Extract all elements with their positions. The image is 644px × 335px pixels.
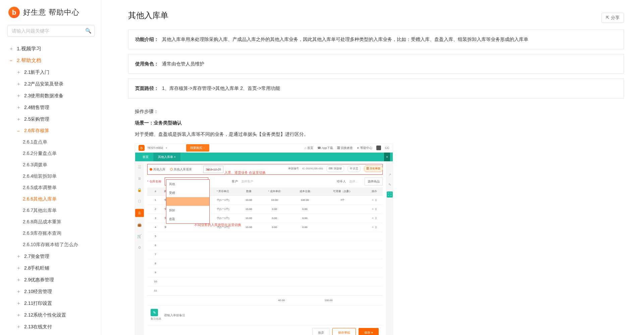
sidebar-item[interactable]: ＋2.13在线支付 [14, 321, 101, 333]
plus-icon: ＋ [15, 312, 21, 318]
sidebar-leaf[interactable]: 2.6.6其他入库单 [21, 193, 101, 205]
search-icon[interactable]: 🔍 [85, 28, 92, 34]
remark-icon: ✎ [151, 309, 158, 316]
plus-icon: ＋ [15, 93, 21, 99]
dropdown-option[interactable] [166, 197, 209, 206]
intro-text: 其他入库单用来处理除采购入库、产成品入库之外的其他入库业务，因此其他入库单可处理… [162, 37, 528, 42]
sidebar-item[interactable]: ＋2.4销售管理 [14, 102, 101, 113]
sidebar-leaf[interactable]: 2.6.9库存账本查询 [21, 228, 101, 239]
col-header: * 成本单价 [258, 187, 291, 196]
search-input[interactable] [12, 28, 85, 34]
brand-title: 好生意 帮助中心 [23, 7, 79, 17]
table-row[interactable]: 10 [147, 277, 383, 286]
cart-icon[interactable]: 🛒 [137, 232, 142, 240]
sidebar-item[interactable]: ＋2.3使用前数据准备 [14, 90, 101, 102]
table-row[interactable]: 5 [147, 232, 383, 241]
ss-user: CC [385, 145, 389, 151]
sidebar-leaf[interactable]: 2.6.2分量盘点单 [21, 148, 101, 159]
sidebar-item-label: 2.4销售管理 [24, 105, 49, 111]
sidebar-item[interactable]: ＋2.7资金管理 [14, 250, 101, 262]
gear-icon[interactable]: ⚙ [138, 244, 141, 251]
sidebar-item[interactable]: ＋2.9优惠券管理 [14, 274, 101, 286]
nav-video[interactable]: ＋ 1.视频学习 [7, 43, 101, 55]
sidebar-item[interactable]: ＋2.2产品安装及登录 [14, 78, 101, 90]
cust-ph[interactable]: 选择客户 [241, 178, 253, 184]
sidebar-leaf[interactable]: 2.6.8商品成本重算 [21, 216, 101, 228]
table-row[interactable]: 8 [147, 259, 383, 268]
sidebar-leaf[interactable]: 2.6.5成本调整单 [21, 182, 101, 193]
plus-icon: ＋ [15, 69, 21, 75]
menu-icon[interactable]: ☰ [138, 163, 141, 171]
ss-account: TEST-H002 [147, 145, 163, 151]
ss-right-rail: ↗ ✎ ⛶ [386, 161, 393, 335]
path-box: 页面路径： 1、库存核算->库存管理->其他入库单 2、首页->常用功能 [128, 78, 624, 98]
doc-icon[interactable]: 🗎 [138, 175, 142, 182]
table-row[interactable]: 9 [147, 268, 383, 277]
discard-button[interactable]: 放弃 [312, 328, 330, 335]
ss-history[interactable]: ☰ 历史单据 [364, 165, 383, 172]
ss-app-icon[interactable]: ☎ App下载 [317, 145, 333, 151]
table-row[interactable]: 4卡个(1 * 1个)10.000.000.00⊕ 🗑 [147, 223, 383, 232]
ss-home-icon[interactable]: ⌂ 首页 [305, 145, 313, 151]
plus-icon: ＋ [8, 46, 14, 52]
logo-icon: b [8, 7, 20, 18]
ss-meta: 单据编号 IC-20191226-001 ⌨ 快捷键 ⚙ 设置 ☰ 历史单据 [288, 165, 383, 172]
save-button[interactable]: 保存 ▾ [359, 328, 379, 335]
ss-switch-icon[interactable]: ☰ 切换账套 [337, 145, 353, 151]
sidebar-item[interactable]: ＋2.11打印设置 [14, 297, 101, 309]
dropdown-option[interactable]: 盘盈 [166, 215, 209, 223]
table-row[interactable]: 6 [147, 241, 383, 250]
ss-hotkey[interactable]: ⌨ 快捷键 [326, 165, 344, 172]
dropdown-option[interactable]: 其他 [166, 180, 209, 188]
sidebar-item[interactable]: ＋2.12系统个性化设置 [14, 309, 101, 321]
sidebar-item[interactable]: ＋2.10经营管理 [14, 286, 101, 297]
ss-tab-home[interactable]: 首页 [138, 153, 153, 161]
biz-dropdown[interactable]: 其他受赠 拆卸盘盈 [166, 179, 210, 224]
ss-totals: 40.00 100.00 [147, 295, 383, 305]
draft-button[interactable]: 保存草稿 [332, 328, 356, 335]
col-header: 数量 [239, 187, 258, 196]
ss-settings[interactable]: ⚙ 设置 [347, 165, 361, 172]
share-button[interactable]: ⇱ 分享 [601, 13, 624, 23]
annotation-1: 入库、退货业务 在这里切换 [224, 169, 266, 176]
intro-label: 功能介绍： [135, 37, 159, 42]
nav-docs[interactable]: − 2.帮助文档 [7, 55, 101, 66]
ss-trial-btn[interactable]: 我要购买→ [186, 144, 209, 152]
lock-icon[interactable]: 🔒 [137, 186, 142, 193]
jb-ph[interactable]: 选择... [349, 178, 358, 184]
tool-link-icon[interactable]: ↗ [388, 171, 391, 178]
nav-kc[interactable]: − 2.6库存核算 [14, 125, 101, 136]
chevron-down-icon: ▾ [166, 145, 167, 151]
tool-edit-icon[interactable]: ✎ [388, 181, 391, 188]
sidebar-item[interactable]: ＋2.1新手入门 [14, 66, 101, 78]
radio-in-label: 其他入库 [153, 166, 165, 172]
sidebar-leaf[interactable]: 2.6.1盘点单 [21, 136, 101, 148]
sidebar-leaf[interactable]: 2.6.3调拨单 [21, 159, 101, 171]
remark-input[interactable] [164, 314, 231, 317]
radio-in-icon[interactable] [150, 168, 152, 171]
ss-tab-close-icon[interactable]: × [384, 153, 390, 161]
sidebar-leaf[interactable]: 2.6.7其他出库单 [21, 205, 101, 216]
radio-out-icon[interactable] [170, 168, 173, 171]
main-content: ⇱ 分享 其他入库单 功能介绍： 其他入库单用来处理除采购入库、产成品入库之外的… [101, 0, 644, 335]
sidebar-item[interactable]: ＋2.14常见问题 [14, 333, 101, 335]
tool-expand-icon[interactable]: ⛶ [387, 191, 393, 198]
select-goods-btn[interactable]: 选择商品 [365, 177, 383, 185]
ss-tab-current[interactable]: 其他入库单 × [153, 153, 180, 161]
search-box[interactable]: 🔍 [7, 25, 95, 37]
sidebar-item[interactable]: ＋2.5采购管理 [14, 113, 101, 125]
dropdown-option[interactable]: 拆卸 [166, 206, 209, 215]
box-icon[interactable]: ☐ [138, 198, 141, 205]
copy-icon[interactable]: ⎘ [135, 209, 144, 217]
dropdown-option[interactable]: 受赠 [166, 188, 209, 197]
sidebar-item-label: 2.1新手入门 [24, 69, 49, 75]
plus-icon: ＋ [15, 116, 21, 122]
sidebar-leaf[interactable]: 2.6.4组装拆卸单 [21, 171, 101, 182]
bag-icon[interactable]: 👜 [137, 221, 142, 228]
table-row[interactable]: 7 [147, 250, 383, 259]
table-row[interactable]: 11 [147, 286, 383, 295]
ss-help-icon[interactable]: ⊕ 帮助中心 [357, 145, 372, 151]
sidebar-leaf[interactable]: 2.6.10库存账本错了怎么办 [21, 239, 101, 250]
sidebar-item[interactable]: ＋2.8手机旺铺 [14, 262, 101, 274]
ss-avatar[interactable] [376, 146, 381, 150]
